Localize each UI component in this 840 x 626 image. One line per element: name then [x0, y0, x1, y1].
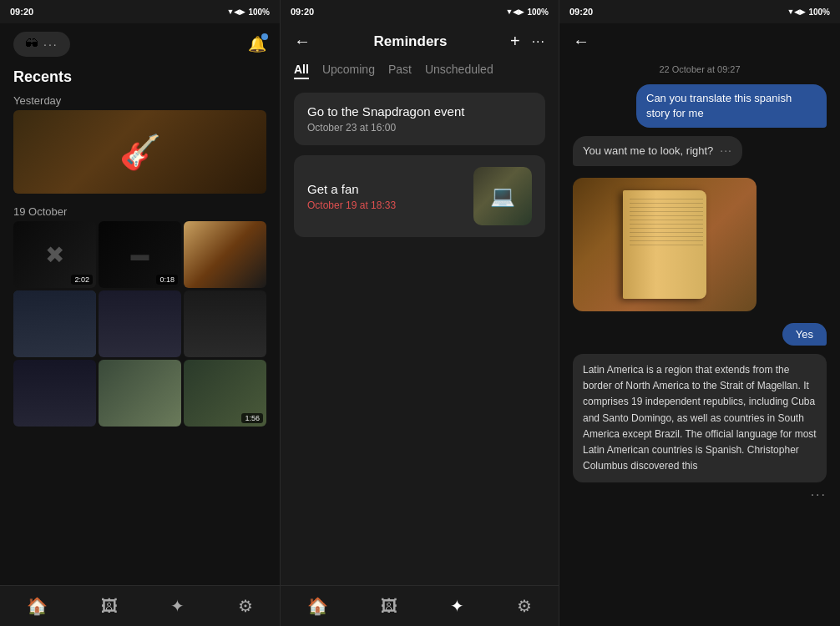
- photo-content: [184, 221, 266, 288]
- status-time-reminders: 09:20: [291, 7, 314, 17]
- photo-content: [184, 290, 266, 357]
- logo-icon: 🕶: [25, 37, 38, 52]
- tab-all[interactable]: All: [294, 61, 309, 79]
- photo-thumb[interactable]: [13, 360, 96, 427]
- photos-grid-oct19-row1: ✖ 2:02 ▬ 0:18: [0, 221, 280, 288]
- message-dots: ···: [720, 143, 732, 159]
- nav-settings[interactable]: ⚙: [238, 596, 253, 616]
- chat-text-dots: You want me to look, right? ···: [583, 143, 732, 159]
- nav-spark-r[interactable]: ✦: [450, 596, 464, 616]
- photos-grid-oct19-row2: [0, 290, 280, 357]
- status-bar-photos: 09:20 ▼◀▶ 100%: [0, 0, 280, 23]
- book-line: [630, 236, 703, 237]
- nav-photos-r[interactable]: 🖼: [381, 597, 397, 616]
- photo-guitar[interactable]: 🎸: [13, 110, 266, 194]
- back-button[interactable]: ←: [294, 32, 311, 51]
- photo-thumb[interactable]: [184, 290, 266, 357]
- reminders-actions: + ···: [510, 32, 545, 51]
- reminder-date: October 23 at 16:00: [307, 122, 532, 134]
- tab-upcoming[interactable]: Upcoming: [322, 61, 375, 79]
- book-image: [573, 178, 757, 311]
- book-line: [630, 224, 703, 225]
- photos-header: 🕶 ··· 🔔: [0, 23, 280, 63]
- status-icons-chat: ▼◀▶ 100%: [787, 8, 831, 17]
- photo-thumb[interactable]: ✖ 2:02: [13, 221, 96, 288]
- chat-panel: 09:20 ▼◀▶ 100% ← 22 October at 09:27 Can…: [559, 0, 840, 626]
- book-visual: [623, 190, 706, 299]
- book-line: [630, 228, 703, 229]
- reminder-fan[interactable]: Get a fan October 19 at 18:33 💻: [294, 155, 545, 237]
- chat-timestamp: 22 October at 09:27: [573, 64, 827, 74]
- bell-dot: [261, 33, 268, 40]
- chat-more-dots: ···: [573, 487, 827, 502]
- status-time-photos: 09:20: [10, 7, 33, 17]
- chat-back-button[interactable]: ←: [573, 32, 590, 51]
- photo-duration: 2:02: [71, 275, 93, 285]
- status-icons-reminders: ▼◀▶ 100%: [506, 8, 549, 17]
- notification-bell[interactable]: 🔔: [248, 35, 266, 53]
- october19-label: 19 October: [0, 200, 280, 221]
- reminder-title-2: Get a fan: [307, 182, 463, 196]
- reminders-bottom-nav: 🏠 🖼 ✦ ⚙: [281, 585, 559, 626]
- photo-thumb[interactable]: [184, 221, 266, 288]
- add-reminder-button[interactable]: +: [510, 32, 520, 51]
- book-line: [630, 240, 703, 241]
- reminders-title: Reminders: [374, 33, 448, 50]
- reminder-thumb-img: 💻: [473, 167, 532, 225]
- photos-grid-oct19-row3: 1:56: [0, 360, 280, 427]
- more-dots-icon[interactable]: ···: [811, 487, 827, 502]
- reminder-date-2: October 19 at 18:33: [307, 199, 463, 211]
- chat-body: 22 October at 09:27 Can you translate th…: [559, 58, 840, 626]
- tab-past[interactable]: Past: [388, 61, 412, 79]
- chat-message-yes: Yes: [573, 323, 827, 346]
- guitar-icon: 🎸: [13, 110, 266, 194]
- photo-content: [13, 290, 96, 357]
- status-time-chat: 09:20: [569, 7, 593, 17]
- long-text-content: Latin America is a region that extends f…: [583, 364, 817, 472]
- nav-photos[interactable]: 🖼: [101, 597, 118, 616]
- tab-unscheduled[interactable]: Unscheduled: [425, 61, 493, 79]
- chat-image-bubble: [573, 178, 757, 311]
- photo-thumb[interactable]: ▬ 0:18: [99, 221, 181, 288]
- photo-thumb[interactable]: [99, 290, 181, 357]
- nav-home[interactable]: 🏠: [27, 596, 48, 616]
- photo-duration: 1:56: [241, 413, 263, 423]
- photos-logo: 🕶 ···: [13, 32, 70, 57]
- yesterday-label: Yesterday: [0, 89, 280, 110]
- reminder-title: Go to the Snapdragon event: [307, 104, 532, 119]
- photo-thumb[interactable]: [13, 290, 96, 357]
- more-options-button[interactable]: ···: [532, 34, 545, 49]
- photo-thumb[interactable]: [99, 360, 181, 427]
- reminders-header: ← Reminders + ···: [281, 23, 559, 58]
- message-text: You want me to look, right?: [583, 144, 713, 159]
- message-text: Can you translate this spanish story for…: [646, 92, 792, 119]
- photos-bottom-nav: 🏠 🖼 ✦ ⚙: [0, 585, 280, 626]
- book-lines: [630, 199, 703, 249]
- nav-spark[interactable]: ✦: [170, 596, 185, 616]
- chat-message-image[interactable]: [573, 174, 827, 315]
- logo-dots: ···: [43, 38, 58, 51]
- battery-icon-c: 100%: [808, 8, 830, 17]
- reminder-snapdragon[interactable]: Go to the Snapdragon event October 23 at…: [294, 93, 545, 145]
- book-line: [630, 245, 703, 245]
- nav-home-r[interactable]: 🏠: [307, 596, 328, 616]
- photos-panel: 09:20 ▼◀▶ 100% 🕶 ··· 🔔 Recents Yesterday…: [0, 0, 280, 626]
- reminder-info: Go to the Snapdragon event October 23 at…: [307, 104, 532, 134]
- status-icons-photos: ▼◀▶ 100%: [227, 8, 271, 17]
- photo-content: [99, 290, 181, 357]
- photo-thumb[interactable]: 1:56: [184, 360, 266, 427]
- status-bar-chat: 09:20 ▼◀▶ 100%: [559, 0, 840, 23]
- photos-grid-yesterday: 🎸: [0, 110, 280, 194]
- book-line: [630, 211, 703, 212]
- nav-settings-r[interactable]: ⚙: [517, 596, 532, 616]
- status-bar-reminders: 09:20 ▼◀▶ 100%: [281, 0, 559, 23]
- book-line: [630, 203, 703, 204]
- book-line: [630, 220, 703, 220]
- book-line: [630, 207, 703, 208]
- book-line: [630, 199, 703, 199]
- signal-icon-r: ▼◀▶: [506, 8, 525, 16]
- chat-long-text: Latin America is a region that extends f…: [573, 354, 827, 482]
- signal-icon: ▼◀▶: [227, 8, 246, 16]
- reminder-thumbnail: 💻: [473, 167, 532, 225]
- battery-icon-r: 100%: [527, 8, 549, 17]
